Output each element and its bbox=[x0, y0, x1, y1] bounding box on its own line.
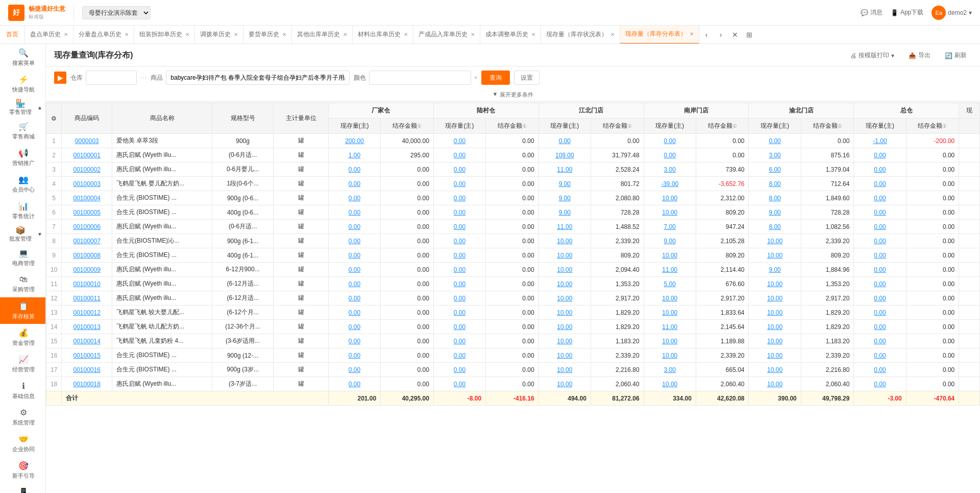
row-yb-qty[interactable]: 6.00 bbox=[749, 162, 801, 177]
row-lc-qty[interactable]: 0.00 bbox=[433, 277, 485, 291]
row-lc-qty[interactable]: 0.00 bbox=[433, 220, 485, 234]
app-download-btn[interactable]: 📱 App下载 bbox=[891, 8, 923, 17]
row-cj-qty[interactable]: 0.00 bbox=[328, 291, 380, 306]
tab-close-11[interactable]: ✕ bbox=[690, 31, 694, 37]
expand-more-btn[interactable]: ▼ 展开更多条件 bbox=[46, 89, 980, 101]
row-code[interactable]: 0000003 bbox=[62, 134, 112, 148]
sidebar-item-finance[interactable]: 💰 资金管理 bbox=[0, 324, 45, 350]
row-lc-qty[interactable]: 0.00 bbox=[433, 134, 485, 148]
export-btn[interactable]: 📤 导出 bbox=[903, 49, 936, 62]
row-z-qty[interactable]: 0.00 bbox=[854, 220, 906, 234]
row-lc-qty[interactable]: 0.00 bbox=[433, 291, 485, 306]
tab-1[interactable]: 盘点单历史 ✕ bbox=[25, 26, 74, 44]
row-yb-qty[interactable]: 8.00 bbox=[749, 191, 801, 205]
row-z-qty[interactable]: 0.00 bbox=[854, 177, 906, 191]
tab-close-all-btn[interactable]: ✕ bbox=[728, 26, 742, 44]
tab-close-6[interactable]: ✕ bbox=[343, 32, 347, 37]
row-lc-qty[interactable]: 0.00 bbox=[433, 363, 485, 377]
row-na-qty[interactable]: 10.00 bbox=[644, 334, 696, 348]
row-jb-qty[interactable]: 10.00 bbox=[538, 277, 591, 291]
row-code[interactable]: 00100004 bbox=[62, 191, 112, 205]
row-cj-qty[interactable]: 0.00 bbox=[328, 205, 380, 220]
row-jb-qty[interactable]: 9.00 bbox=[538, 191, 591, 205]
row-code[interactable]: 00100008 bbox=[62, 248, 112, 263]
row-cj-qty[interactable]: 0.00 bbox=[328, 277, 380, 291]
row-cj-qty[interactable]: 200.00 bbox=[328, 134, 380, 148]
row-z-qty[interactable]: 0.00 bbox=[854, 320, 906, 334]
tab-close-4[interactable]: ✕ bbox=[234, 32, 238, 37]
row-jb-qty[interactable]: 9.00 bbox=[538, 205, 591, 220]
row-z-qty[interactable]: 0.00 bbox=[854, 306, 906, 320]
row-na-qty[interactable]: 10.00 bbox=[644, 377, 696, 391]
message-btn[interactable]: 💬 消息 bbox=[861, 8, 883, 17]
refresh-btn[interactable]: 🔄 刷新 bbox=[940, 49, 972, 62]
row-na-qty[interactable]: 11.00 bbox=[644, 263, 696, 277]
row-jb-qty[interactable]: 109.00 bbox=[538, 148, 591, 162]
row-code[interactable]: 00100001 bbox=[62, 148, 112, 162]
row-cj-qty[interactable]: 0.00 bbox=[328, 162, 380, 177]
row-z-qty[interactable]: 0.00 bbox=[854, 234, 906, 248]
user-area[interactable]: Ea demo2 ▾ bbox=[932, 6, 972, 20]
row-code[interactable]: 00100012 bbox=[62, 306, 112, 320]
sidebar-item-apps[interactable]: 📱 应用中心 bbox=[0, 483, 45, 493]
row-jb-qty[interactable]: 10.00 bbox=[538, 306, 591, 320]
tab-close-5[interactable]: ✕ bbox=[282, 32, 286, 37]
goods-input[interactable] bbox=[166, 71, 350, 85]
sidebar-item-ecommerce[interactable]: 💻 电商管理 bbox=[0, 244, 45, 271]
row-na-qty[interactable]: 11.00 bbox=[644, 320, 696, 334]
row-na-qty[interactable]: 10.00 bbox=[644, 205, 696, 220]
row-yb-qty[interactable]: 10.00 bbox=[749, 291, 801, 306]
tab-7[interactable]: 材料出库单历史 ✕ bbox=[353, 26, 413, 44]
row-lc-qty[interactable]: 0.00 bbox=[433, 320, 485, 334]
tab-close-3[interactable]: ✕ bbox=[185, 32, 189, 37]
tab-3[interactable]: 组装拆卸单历史 ✕ bbox=[134, 26, 195, 44]
row-code[interactable]: 00100011 bbox=[62, 291, 112, 306]
row-code[interactable]: 00100009 bbox=[62, 263, 112, 277]
row-yb-qty[interactable]: 3.00 bbox=[749, 148, 801, 162]
row-yb-qty[interactable]: 9.00 bbox=[749, 205, 801, 220]
row-na-qty[interactable]: 10.00 bbox=[644, 191, 696, 205]
row-jb-qty[interactable]: 10.00 bbox=[538, 291, 591, 306]
tab-2[interactable]: 分量盘点单历史 ✕ bbox=[74, 26, 134, 44]
tab-8[interactable]: 产成品入库单历史 ✕ bbox=[413, 26, 480, 44]
row-na-qty[interactable]: 10.00 bbox=[644, 306, 696, 320]
row-z-qty[interactable]: 0.00 bbox=[854, 277, 906, 291]
row-jb-qty[interactable]: 10.00 bbox=[538, 377, 591, 391]
row-lc-qty[interactable]: 0.00 bbox=[433, 306, 485, 320]
sidebar-item-wholesale[interactable]: 📦 批发管理 ▼ bbox=[0, 224, 45, 244]
sidebar-item-nav[interactable]: ⚡ 快捷导航 bbox=[0, 71, 45, 97]
row-yb-qty[interactable]: 10.00 bbox=[749, 248, 801, 263]
sidebar-item-marketing[interactable]: 📢 营销推广 bbox=[0, 144, 45, 171]
tab-close-8[interactable]: ✕ bbox=[471, 32, 475, 37]
row-jb-qty[interactable]: 10.00 bbox=[538, 248, 591, 263]
tab-close-1[interactable]: ✕ bbox=[64, 32, 68, 37]
row-yb-qty[interactable]: 8.00 bbox=[749, 220, 801, 234]
row-cj-qty[interactable]: 0.00 bbox=[328, 377, 380, 391]
row-z-qty[interactable]: 0.00 bbox=[854, 291, 906, 306]
row-na-qty[interactable]: 0.00 bbox=[644, 134, 696, 148]
row-yb-qty[interactable]: 9.00 bbox=[749, 263, 801, 277]
color-input[interactable] bbox=[369, 71, 471, 85]
tab-next-btn[interactable]: › bbox=[714, 26, 728, 44]
row-lc-qty[interactable]: 0.00 bbox=[433, 334, 485, 348]
row-jb-qty[interactable]: 11.00 bbox=[538, 220, 591, 234]
row-z-qty[interactable]: 0.00 bbox=[854, 148, 906, 162]
row-cj-qty[interactable]: 0.00 bbox=[328, 263, 380, 277]
row-cj-qty[interactable]: 0.00 bbox=[328, 363, 380, 377]
row-lc-qty[interactable]: 0.00 bbox=[433, 148, 485, 162]
tab-close-9[interactable]: ✕ bbox=[531, 32, 535, 37]
row-code[interactable]: 00100005 bbox=[62, 205, 112, 220]
row-jb-qty[interactable]: 10.00 bbox=[538, 320, 591, 334]
row-jb-qty[interactable]: 11.00 bbox=[538, 162, 591, 177]
row-yb-qty[interactable]: 10.00 bbox=[749, 334, 801, 348]
sidebar-item-retail-mall[interactable]: 🛒 零售商城 bbox=[0, 118, 45, 144]
row-jb-qty[interactable]: 10.00 bbox=[538, 334, 591, 348]
row-na-qty[interactable]: 10.00 bbox=[644, 291, 696, 306]
row-cj-qty[interactable]: 1.00 bbox=[328, 148, 380, 162]
row-z-qty[interactable]: 0.00 bbox=[854, 363, 906, 377]
row-z-qty[interactable]: 0.00 bbox=[854, 162, 906, 177]
row-lc-qty[interactable]: 0.00 bbox=[433, 348, 485, 363]
row-yb-qty[interactable]: 10.00 bbox=[749, 363, 801, 377]
row-cj-qty[interactable]: 0.00 bbox=[328, 220, 380, 234]
row-na-qty[interactable]: 9.00 bbox=[644, 234, 696, 248]
